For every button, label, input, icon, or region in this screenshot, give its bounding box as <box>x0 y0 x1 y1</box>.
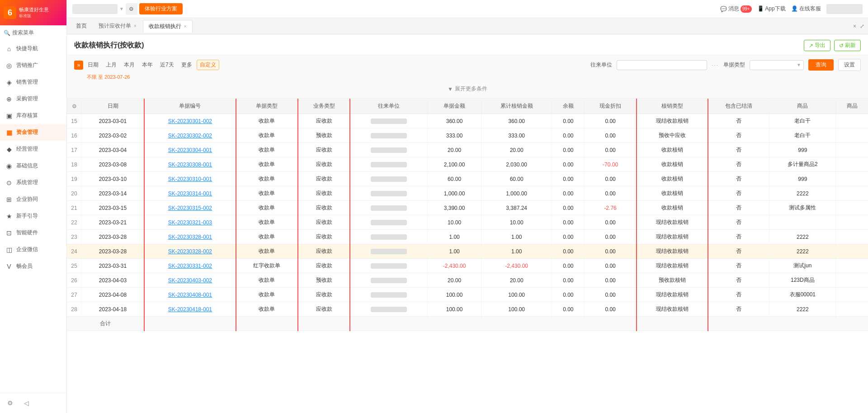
settings-button[interactable]: 设置 <box>838 59 861 71</box>
member-icon: V <box>5 263 13 270</box>
nav-label: 采购管理 <box>16 95 38 103</box>
row-included: 否 <box>708 302 769 317</box>
service-icon: 👤 <box>791 5 798 12</box>
date-more[interactable]: 更多 <box>179 60 195 70</box>
page-title: 收款核销执行(按收款) <box>74 41 144 50</box>
date-last-month[interactable]: 上月 <box>103 60 119 70</box>
window-expand-btn[interactable]: ⤢ <box>860 23 864 29</box>
table-row: 20 2023-03-14 SK-20230314-001 收款单 应收款 1,… <box>67 186 868 201</box>
table-body: 15 2023-03-01 SK-20230301-002 收款单 应收款 36… <box>67 114 868 317</box>
date-this-year[interactable]: 本年 <box>139 60 156 70</box>
row-biz-type: 预收款 <box>298 273 350 288</box>
row-biz-type: 预收款 <box>298 128 350 143</box>
sidebar-item-corp[interactable]: ⊞ 企业协同 <box>0 191 66 208</box>
row-goods2 <box>836 186 868 201</box>
search-label: 搜索菜单 <box>12 29 34 37</box>
row-included: 否 <box>708 186 769 201</box>
col-goods2: 商品 <box>836 99 868 114</box>
solution-button[interactable]: 体验行业方案 <box>139 3 183 14</box>
row-counterparty <box>350 186 427 201</box>
nav-label: 智能硬件 <box>16 229 38 237</box>
sidebar-item-wechat[interactable]: ◫ 企业微信 <box>0 241 66 258</box>
export-button[interactable]: ↗ 导出 <box>804 40 830 51</box>
row-included: 否 <box>708 143 769 157</box>
hardware-icon: ⊡ <box>5 229 13 237</box>
sidebar-item-marketing[interactable]: ◎ 营销推广 <box>0 57 66 74</box>
app-logo: 6 畅康道好生意 标准版 <box>0 0 66 25</box>
row-date: 2023-04-08 <box>82 288 145 302</box>
row-biz-type: 应收款 <box>298 172 350 186</box>
row-included: 否 <box>708 201 769 215</box>
app-download-btn[interactable]: 📱 App下载 <box>757 5 786 13</box>
row-doc-no: SK-20230315-002 <box>144 201 236 215</box>
row-goods2 <box>836 244 868 259</box>
col-counterparty: 往来单位 <box>350 99 427 114</box>
row-num: 23 <box>67 230 82 244</box>
nav-label: 销售管理 <box>16 78 38 86</box>
row-date: 2023-03-28 <box>82 244 145 259</box>
row-doc-type: 收款单 <box>236 128 298 143</box>
sidebar-item-finance[interactable]: ▦ 资金管理 <box>0 124 66 141</box>
doc-type-select[interactable] <box>750 60 804 70</box>
tab-receivable[interactable]: 预计应收付单 × <box>93 20 142 33</box>
collapse-sidebar-btn[interactable]: ◁ <box>20 397 33 409</box>
sidebar-item-inventory[interactable]: ▣ 库存核算 <box>0 107 66 124</box>
sidebar-item-system[interactable]: ⊙ 系统管理 <box>0 174 66 191</box>
query-button[interactable]: 查询 <box>808 59 834 71</box>
col-settings-icon[interactable]: ⚙ <box>71 103 78 110</box>
row-write-off: 100.00 <box>481 288 552 302</box>
sidebar-item-member[interactable]: V 畅会员 <box>0 258 66 275</box>
messages-btn[interactable]: 💬 消息 99+ <box>720 5 752 13</box>
tab-close-receivable[interactable]: × <box>134 24 137 28</box>
row-doc-type: 收款单 <box>236 215 298 230</box>
date-7days[interactable]: 近7天 <box>157 60 177 70</box>
gear-button[interactable]: ⚙ <box>126 3 137 15</box>
row-doc-type: 收款单 <box>236 143 298 157</box>
footer-goods2 <box>836 317 868 331</box>
row-counterparty <box>350 230 427 244</box>
online-service-btn[interactable]: 👤 在线客服 <box>791 5 821 13</box>
row-num: 21 <box>67 201 82 215</box>
counterparty-input[interactable] <box>617 60 707 70</box>
row-write-off: 20.00 <box>481 273 552 288</box>
message-icon: 💬 <box>720 6 727 12</box>
row-balance: 0.00 <box>552 273 585 288</box>
tab-close-writeoff[interactable]: × <box>184 24 187 29</box>
row-num: 24 <box>67 244 82 259</box>
row-cash-disc: -2.76 <box>585 201 637 215</box>
row-doc-no: SK-20230328-002 <box>144 244 236 259</box>
settings-footer-btn[interactable]: ⚙ <box>4 397 16 409</box>
row-date: 2023-03-14 <box>82 186 145 201</box>
marketing-icon: ◎ <box>5 62 13 69</box>
expand-conditions-btn[interactable]: ▼ 展开更多条件 <box>74 83 861 95</box>
table-row: 23 2023-03-28 SK-20230328-001 收款单 应收款 1.… <box>67 230 868 244</box>
row-write-off: 10.00 <box>481 215 552 230</box>
sidebar-item-quick-nav[interactable]: ⌂ 快捷导航 <box>0 40 66 57</box>
row-doc-no: SK-20230418-001 <box>144 302 236 317</box>
filter-expand-btn[interactable]: » <box>74 61 83 70</box>
row-date: 2023-03-10 <box>82 172 145 186</box>
date-this-month[interactable]: 本月 <box>121 60 137 70</box>
table-row: 21 2023-03-15 SK-20230315-002 收款单 应收款 3,… <box>67 201 868 215</box>
row-date: 2023-04-18 <box>82 302 145 317</box>
row-included: 否 <box>708 157 769 172</box>
date-custom-btn[interactable]: 自定义 <box>197 60 219 70</box>
sidebar-item-hardware[interactable]: ⊡ 智能硬件 <box>0 224 66 241</box>
tab-writeoff[interactable]: 收款核销执行 × <box>143 20 193 33</box>
row-goods1: 999 <box>769 172 836 186</box>
refresh-button[interactable]: ↺ 刷新 <box>834 40 861 51</box>
sidebar-item-basics[interactable]: ◉ 基础信息 <box>0 157 66 174</box>
sidebar-item-guide[interactable]: ★ 新手引导 <box>0 208 66 224</box>
tab-home[interactable]: 首页 <box>71 20 92 33</box>
header-actions: ↗ 导出 ↺ 刷新 <box>804 40 861 51</box>
row-num: 22 <box>67 215 82 230</box>
search-menu[interactable]: 🔍 搜索菜单 <box>0 25 66 40</box>
sidebar-item-purchase[interactable]: ⊕ 采购管理 <box>0 90 66 107</box>
sidebar-item-operations[interactable]: ◆ 经营管理 <box>0 141 66 157</box>
window-close-btn[interactable]: × <box>853 23 856 29</box>
message-badge: 99+ <box>741 5 752 13</box>
tab-receivable-label: 预计应收付单 <box>99 22 131 30</box>
filter-dots: ··· <box>712 62 719 68</box>
sidebar-item-sales[interactable]: ◈ 销售管理 <box>0 74 66 90</box>
expand-label: 展开更多条件 <box>455 85 487 93</box>
